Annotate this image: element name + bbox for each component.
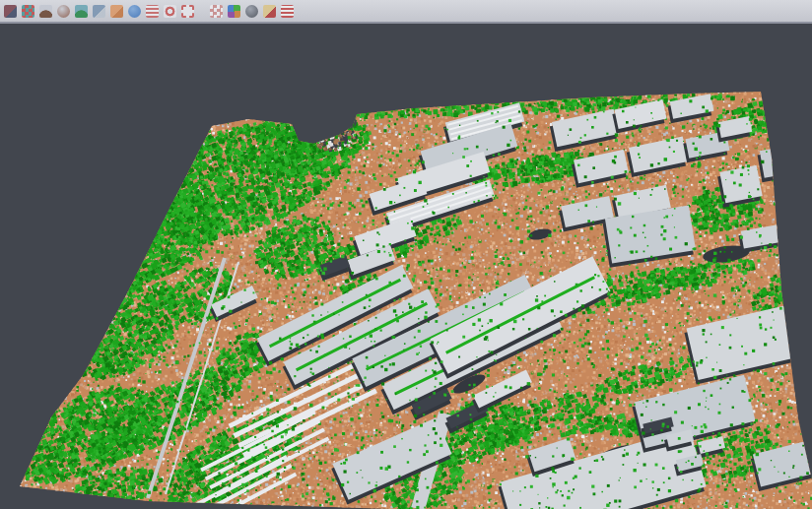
export-icon xyxy=(263,5,276,18)
circle-select-icon[interactable] xyxy=(163,4,177,19)
raster-grid-icon[interactable] xyxy=(209,4,224,19)
orthophoto-icon xyxy=(110,5,123,18)
toolbar xyxy=(0,0,812,24)
vegetation-icon[interactable] xyxy=(74,4,89,19)
circle-select-icon xyxy=(164,5,176,18)
raster-grid-icon xyxy=(210,5,223,18)
profile-icon xyxy=(93,5,105,18)
registration-icon[interactable] xyxy=(21,4,35,19)
profile-icon[interactable] xyxy=(92,4,106,19)
open-project-icon xyxy=(4,5,17,18)
rotate-view-icon[interactable] xyxy=(127,4,142,19)
terrain-icon[interactable] xyxy=(38,4,53,19)
zoom-extents-icon xyxy=(181,5,194,18)
registration-icon xyxy=(22,5,34,18)
export-icon[interactable] xyxy=(262,4,277,19)
points-icon xyxy=(57,5,70,18)
classification-icon[interactable] xyxy=(227,4,241,19)
scene-view-icon xyxy=(245,5,258,18)
points-icon[interactable] xyxy=(56,4,71,19)
classification-icon xyxy=(228,5,240,18)
vegetation-icon xyxy=(75,5,88,18)
report-icon xyxy=(281,5,294,18)
toolbar-icon-row xyxy=(3,4,295,19)
point-cloud-viewport[interactable] xyxy=(0,0,812,509)
cross-section-icon xyxy=(146,5,159,18)
terrain-icon xyxy=(39,5,52,18)
zoom-extents-icon[interactable] xyxy=(180,4,195,19)
orthophoto-icon[interactable] xyxy=(109,4,124,19)
cross-section-icon[interactable] xyxy=(145,4,160,19)
report-icon[interactable] xyxy=(280,4,295,19)
open-project-icon[interactable] xyxy=(3,4,18,19)
scene-view-icon[interactable] xyxy=(244,4,259,19)
rotate-view-icon xyxy=(128,5,141,18)
